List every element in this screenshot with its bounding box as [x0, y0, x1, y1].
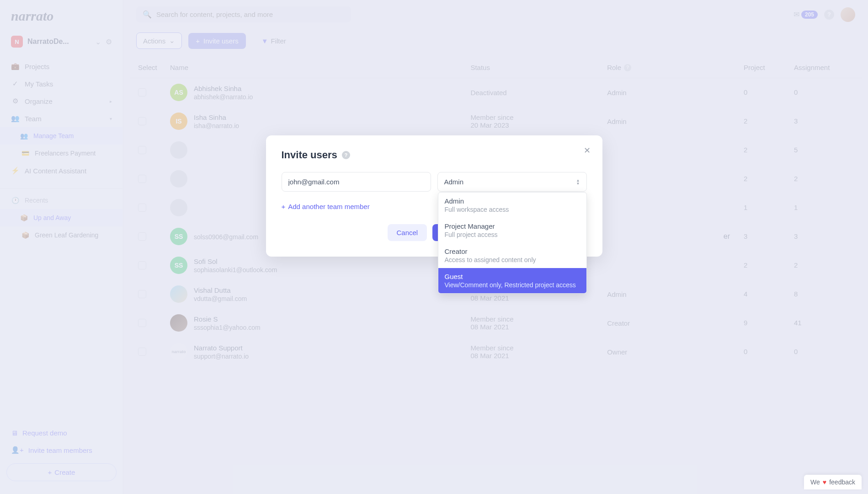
close-icon[interactable]: ✕ — [584, 145, 591, 156]
modal-title: Invite users ? — [282, 149, 587, 161]
role-title: Creator — [445, 247, 580, 255]
role-desc: Access to assigned content only — [445, 256, 580, 263]
cancel-button[interactable]: Cancel — [388, 224, 427, 241]
invite-users-modal: Invite users ? ✕ Admin ▲▼ Admin Full wor… — [266, 135, 602, 257]
plus-icon: + — [282, 203, 286, 210]
feedback-button[interactable]: We ♥ feedback — [804, 475, 862, 489]
help-icon[interactable]: ? — [342, 151, 350, 159]
role-title: Guest — [445, 273, 580, 280]
dropdown-item[interactable]: Guest View/Comment only, Restricted proj… — [438, 268, 586, 293]
role-desc: Full project access — [445, 231, 580, 238]
role-title: Project Manager — [445, 222, 580, 230]
email-input[interactable] — [282, 172, 431, 192]
dropdown-item[interactable]: Creator Access to assigned content only — [438, 243, 586, 268]
role-desc: Full workspace access — [445, 206, 580, 213]
role-dropdown: Admin Full workspace access Project Mana… — [438, 192, 587, 294]
role-select[interactable]: Admin ▲▼ Admin Full workspace access Pro… — [437, 172, 587, 192]
dropdown-item[interactable]: Project Manager Full project access — [438, 218, 586, 243]
heart-icon: ♥ — [823, 478, 826, 486]
role-title: Admin — [445, 197, 580, 205]
modal-overlay: Invite users ? ✕ Admin ▲▼ Admin Full wor… — [0, 0, 868, 494]
dropdown-item[interactable]: Admin Full workspace access — [438, 193, 586, 218]
select-caret-icon: ▲▼ — [576, 179, 580, 185]
role-desc: View/Comment only, Restricted project ac… — [445, 281, 580, 289]
